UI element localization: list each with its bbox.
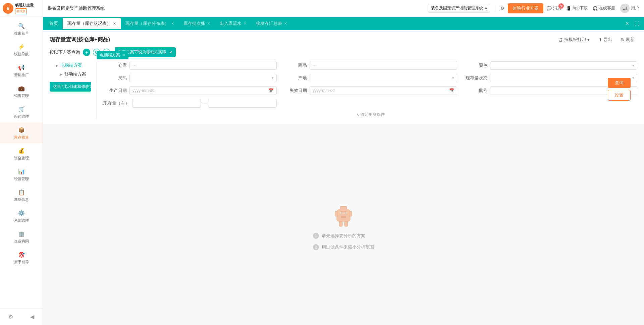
- settings-icon[interactable]: ⚙: [7, 312, 15, 322]
- sidebar-item-quick[interactable]: ⚡ 快捷导航: [0, 39, 43, 60]
- page-title-row: 现存量查询(按仓库+商品) 🖨 按模板打印 ▾ ⬆ 导出 ↻ 刷新: [50, 35, 637, 47]
- tab-close-icon[interactable]: ✕: [207, 21, 210, 26]
- tab-summary[interactable]: 收发存汇总表 ✕: [251, 18, 292, 29]
- empty-text: 1 请先选择要分析的方案 2 用过滤条件来缩小分析范围: [313, 231, 374, 252]
- main-area: 装备及固定资产辅助管理系统 装备及固定资产辅助管理系统 ▾ ⚙ 体验行业方案 💬…: [43, 0, 644, 325]
- finance-icon: 💰: [17, 147, 25, 155]
- tree-item-desktop[interactable]: ▶ 电脑端方案: [53, 61, 91, 70]
- sidebar-item-sales[interactable]: 💼 销售管理: [0, 81, 43, 102]
- sidebar-item-purchase[interactable]: 🛒 采购管理: [0, 102, 43, 122]
- tab-batch[interactable]: 库存批次账 ✕: [179, 18, 215, 29]
- print-btn[interactable]: 🖨 按模板打印 ▾: [556, 35, 592, 44]
- collapse-btn[interactable]: ∧ 收起更多条件: [356, 112, 385, 117]
- topbar-settings-icon[interactable]: ⚙: [500, 6, 504, 11]
- sidebar-item-marketing[interactable]: 📢 营销推广: [0, 60, 43, 81]
- notifications-item[interactable]: 💬 9 消息: [547, 5, 561, 11]
- tab-close-icon[interactable]: ✕: [113, 21, 116, 26]
- refresh-btn[interactable]: ↻ 刷新: [618, 35, 637, 44]
- sidebar-item-inventory[interactable]: 📦 库存核算: [0, 122, 43, 143]
- filter-tree: ▶ 电脑端方案 ▶ 移动端方案: [50, 61, 91, 78]
- operations-icon: 📊: [17, 167, 25, 175]
- collapse-sidebar-icon[interactable]: ◀: [29, 312, 36, 322]
- goods-label: 商品: [283, 62, 307, 68]
- system-title: 装备及固定资产辅助管理系统: [48, 5, 425, 11]
- scheme-tooltip-close-icon[interactable]: ✕: [169, 50, 172, 55]
- sidebar-item-guide[interactable]: 🎯 新手引导: [0, 247, 43, 268]
- tab-inventory-dist[interactable]: 现存量（库存分布表） ✕: [121, 18, 179, 29]
- close-all-tabs-btn[interactable]: ✕: [624, 19, 631, 28]
- avatar: Ea: [620, 4, 630, 13]
- production-date-input[interactable]: yyyy-mm-dd 📅: [129, 86, 277, 95]
- step-num-1: 1: [313, 233, 319, 239]
- chevron-down-icon: ▾: [485, 6, 487, 11]
- color-select[interactable]: ▾: [490, 61, 637, 70]
- sidebar-item-label: 资金管理: [14, 156, 29, 161]
- filter-row-expiry-date: 失效日期 yyyy-mm-dd 📅: [283, 86, 457, 95]
- svg-rect-6: [341, 216, 346, 218]
- export-btn[interactable]: ⬆ 导出: [596, 35, 615, 44]
- tab-close-icon[interactable]: ✕: [244, 21, 247, 26]
- empty-illustration: [327, 198, 360, 231]
- size-select[interactable]: ▾: [129, 74, 277, 82]
- sidebar-item-label: 新手引导: [14, 260, 29, 265]
- chevron-down-icon: ▾: [272, 76, 274, 80]
- sidebar-nav: 🔍 搜索菜单 ⚡ 快捷导航 📢 营销推广 💼 销售管理 🛒 采购管理 📦 库存核…: [0, 17, 43, 308]
- filter-row-color: 颜色 ▾: [464, 61, 637, 70]
- empty-step-1: 1 请先选择要分析的方案: [313, 231, 374, 240]
- headset-icon: 🎧: [593, 6, 598, 11]
- tab-close-icon[interactable]: ✕: [284, 21, 287, 26]
- range-separator: —: [202, 101, 207, 106]
- filter-row-origin: 产地 ▾: [283, 74, 457, 82]
- tab-close-icon[interactable]: ✕: [171, 21, 174, 26]
- tree-item-mobile[interactable]: ▶ 移动端方案: [53, 70, 91, 78]
- enterprise-icon: 🏢: [17, 230, 25, 238]
- solution-btn[interactable]: 体验行业方案: [508, 3, 543, 13]
- logo-name: 畅通好生意: [15, 3, 34, 8]
- filter-row-size: 尺码 ▾: [103, 74, 277, 82]
- online-support-item[interactable]: 🎧 在线客服: [593, 5, 615, 11]
- expand-btn[interactable]: ⛶: [633, 19, 641, 28]
- filter-row-goods: 商品 ⋯: [283, 61, 457, 70]
- tab-inventory-status[interactable]: 现存量（库存状况表） ✕: [63, 18, 121, 29]
- page-actions: 🖨 按模板打印 ▾ ⬆ 导出 ↻ 刷新: [556, 35, 637, 44]
- right-action-btns: 查询 设置: [608, 78, 631, 101]
- sidebar-item-finance[interactable]: 💰 资金管理: [0, 143, 43, 164]
- sidebar-item-label: 快捷导航: [14, 52, 29, 57]
- filter-row-production-date: 生产日期 yyyy-mm-dd 📅: [103, 86, 277, 95]
- app-download-label: App下载: [573, 5, 588, 11]
- size-label: 尺码: [103, 75, 127, 81]
- inventory-icon: 📦: [17, 126, 25, 134]
- expiry-date-label: 失效日期: [283, 88, 307, 94]
- system-icon: ⚙️: [17, 209, 25, 217]
- tab-home[interactable]: 首页: [45, 18, 63, 29]
- search-btn[interactable]: 查询: [608, 78, 631, 88]
- sidebar-item-enterprise[interactable]: 🏢 企业协同: [0, 226, 43, 247]
- sidebar-item-basic[interactable]: 📋 基础信息: [0, 185, 43, 206]
- sidebar-item-search[interactable]: 🔍 搜索菜单: [0, 18, 43, 39]
- goods-select[interactable]: ⋯: [310, 61, 457, 70]
- system-selector-text: 装备及固定资产辅助管理系统: [431, 5, 483, 11]
- message-icon: 💬: [547, 6, 552, 11]
- sidebar-item-operations[interactable]: 📊 经营管理: [0, 164, 43, 185]
- quantity-main-to[interactable]: [208, 99, 277, 108]
- quick-icon: ⚡: [17, 43, 25, 51]
- sidebar-item-label: 系统管理: [14, 218, 29, 223]
- setting-btn[interactable]: 设置: [608, 90, 631, 101]
- quantity-main-label: 现存量（主）: [103, 100, 129, 106]
- sidebar-item-label: 搜索菜单: [14, 31, 29, 36]
- filter-label: 按以下方案查询: [50, 49, 80, 55]
- add-scheme-btn[interactable]: +: [83, 49, 90, 56]
- expiry-date-input[interactable]: yyyy-mm-dd 📅: [310, 86, 457, 95]
- user-item[interactable]: Ea 用户: [620, 4, 639, 13]
- system-selector[interactable]: 装备及固定资产辅助管理系统 ▾: [428, 4, 490, 13]
- app-download-item[interactable]: 📱 App下载: [566, 5, 588, 11]
- warehouse-select[interactable]: ⋯: [129, 61, 277, 70]
- quantity-main-from[interactable]: [132, 99, 201, 108]
- sidebar-item-system[interactable]: ⚙️ 系统管理: [0, 206, 43, 226]
- step-num-2: 2: [313, 244, 319, 250]
- origin-select[interactable]: ▾: [310, 74, 457, 82]
- tab-inout[interactable]: 出入库流水 ✕: [215, 18, 251, 29]
- sidebar-logo: 6 畅通好生意 标准版: [0, 0, 43, 17]
- guide-icon: 🎯: [17, 251, 25, 259]
- scheme-tag-close-icon[interactable]: ✕: [122, 53, 125, 57]
